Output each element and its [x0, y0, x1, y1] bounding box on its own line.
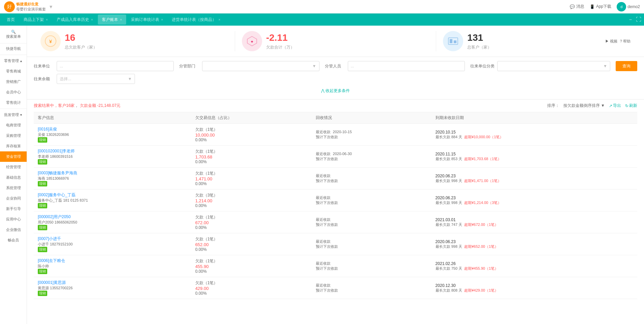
sidebar-item-purchase[interactable]: 采购管理	[0, 130, 27, 141]
minimize-btn[interactable]: －	[628, 16, 633, 23]
filter-unit-category: 往来单位分类 ▼	[470, 61, 610, 71]
sidebar-item-marketing[interactable]: 营销推广	[0, 77, 27, 87]
balance-select[interactable]: 选择... ▼	[57, 74, 135, 84]
cell-customer-7: [000001]黄思源 黄思源 13552700226 现销	[34, 277, 191, 299]
cell-due-4: 2021.03.01 最长欠款 747 天 超期¥672.00（1笔）	[431, 211, 637, 233]
customer-name-link-5[interactable]: [0007]小进千	[38, 236, 61, 241]
message-btn[interactable]: 💬 消息	[570, 4, 584, 9]
tab-product-history[interactable]: 产成品入库单历史 ×	[53, 14, 97, 25]
customer-name-link-1[interactable]: [0001020001]李老师	[38, 149, 75, 153]
customer-tag-7: 现销	[38, 291, 47, 296]
sidebar-item-inventory[interactable]: 库存核算	[0, 141, 27, 151]
person-input[interactable]: ...	[348, 61, 465, 71]
sidebar-item-ops[interactable]: 经营管理	[0, 162, 27, 172]
cell-due-2: 2020.06.23 最长欠款 998 天 超期¥1,471.00（1笔）	[431, 168, 637, 189]
cell-collect-7: 最近收款 预计下次收款	[312, 277, 431, 299]
overdue-amount-link-3[interactable]: 超期¥1,214.00（3笔）	[464, 201, 501, 205]
collapse-filter-btn[interactable]: ⋀ 收起更多条件	[34, 87, 637, 95]
sidebar-item-wechat[interactable]: 企业微信	[0, 225, 27, 235]
app-download-btn[interactable]: 📱 App下载	[590, 4, 611, 9]
sidebar-item-basic[interactable]: 基础信息	[0, 172, 27, 183]
sidebar-item-batch-mgmt[interactable]: 批发管理 ▼	[0, 110, 27, 120]
customer-name-link-7[interactable]: [000001]黄思源	[38, 280, 66, 285]
sidebar-item-apps[interactable]: 应用中心	[0, 214, 27, 225]
unit-category-select[interactable]: ▼	[497, 61, 610, 71]
cell-collect-0: 最近收款 2020-10-15 预计下次收款	[312, 124, 431, 146]
debt-amount-6: 455.90	[195, 264, 308, 269]
sidebar-item-quick-nav[interactable]: 快捷导航	[0, 43, 27, 54]
customer-name-link-6[interactable]: [0006]去下粮仓	[38, 258, 65, 263]
overdue-days-1: 最长欠款 853 天 超期¥1,703.68（1笔）	[436, 156, 633, 161]
table-row: [000001]黄思源 黄思源 13552700226 现销 欠款（1笔） 42…	[34, 277, 637, 299]
stat-label-customers: 总客户（家）	[467, 45, 601, 50]
due-date-1: 2020.11.15	[436, 152, 633, 156]
debt-count-4: 欠款（1笔）	[195, 214, 308, 220]
store-dropdown-icon[interactable]: ▼	[49, 4, 53, 9]
overdue-amount-link-2[interactable]: 超期¥1,471.00（1笔）	[464, 179, 501, 183]
tab-customer-account[interactable]: 客户账本 ×	[98, 14, 126, 25]
table-row: [0016]吴俊 吴俊 13026203696 现销 欠款（1笔） 10,000…	[34, 124, 637, 146]
debt-amount-7: 429.00	[195, 286, 308, 291]
tab-home[interactable]: 首页	[3, 14, 19, 25]
debt-pct-7: 0.00%	[195, 291, 308, 296]
debt-amount-5: 652.00	[195, 242, 308, 247]
stat-label-debt: 总欠款客户（家）	[65, 45, 228, 50]
sidebar-item-enterprise[interactable]: 企业协同	[0, 193, 27, 204]
close-tab-product-off[interactable]: ×	[46, 18, 48, 22]
source-unit-input[interactable]: ...	[57, 61, 174, 71]
due-date-4: 2021.03.01	[436, 217, 633, 222]
customer-name-link-4[interactable]: [000002]用户2050	[38, 214, 71, 219]
logo-area: 好 畅捷通好生意 母婴行业演示账套	[4, 1, 46, 12]
search-menu-btn[interactable]: 🔍 搜索菜单	[1, 28, 25, 40]
customer-tag-2: 现销	[38, 181, 47, 186]
sidebar-item-capital[interactable]: 资金管理	[0, 151, 27, 162]
customer-name-link-2[interactable]: [0003]畅捷服务尹海燕	[38, 171, 77, 175]
overdue-amount-link-6[interactable]: 超期¥455.90（1笔）	[464, 266, 498, 270]
next-collect-4: 预计下次收款	[316, 222, 427, 227]
due-date-7: 2020.12.30	[436, 283, 633, 288]
sidebar-item-guide[interactable]: 新手引导	[0, 204, 27, 214]
stat-info-customers: 131 总客户（家）	[467, 32, 601, 50]
overdue-amount-link-0[interactable]: 超期¥10,000.00（1笔）	[464, 135, 503, 139]
sidebar-item-system[interactable]: 系统管理	[0, 183, 27, 193]
tab-purchase-stat[interactable]: 进货单统计表（按商品） ×	[168, 14, 224, 25]
debt-amount-2: 1,471.00	[195, 176, 308, 181]
sidebar-item-vip[interactable]: 畅会员	[0, 235, 27, 245]
maximize-btn[interactable]: ⛶	[636, 17, 641, 23]
close-tab-customer-account[interactable]: ×	[120, 18, 122, 22]
help-btn[interactable]: ? 帮助	[620, 39, 631, 44]
sidebar-item-retail-mgmt[interactable]: 零售管理 ▲	[0, 56, 27, 66]
table-row: [0003]畅捷服务尹海燕 海燕 18513066976 现销 欠款（1笔） 1…	[34, 168, 637, 189]
customer-phone-3: 服务中心_丁磊 181 0125 8371	[38, 198, 88, 202]
table-header-row: 客户信息 欠交易信息（占比） 回收情况 到期未收款日期	[34, 112, 637, 124]
sidebar-item-retail-stat[interactable]: 零售统计	[0, 97, 27, 108]
overdue-amount-link-5[interactable]: 超期¥652.00（1笔）	[464, 244, 498, 248]
overdue-amount-link-1[interactable]: 超期¥1,703.68（1笔）	[464, 157, 501, 161]
close-tab-purchase-stat[interactable]: ×	[218, 18, 220, 22]
overdue-amount-link-7[interactable]: 超期¥429.00（1笔）	[464, 288, 498, 292]
query-button[interactable]: 查询	[616, 61, 637, 71]
sort-select[interactable]: 按欠款金额倒序排序 ▼	[563, 103, 605, 109]
person-dots: ...	[351, 64, 354, 68]
overdue-amount-link-4[interactable]: 超期¥672.00（1笔）	[464, 223, 498, 227]
customer-name-link-0[interactable]: [0016]吴俊	[38, 127, 57, 131]
col-debt-info: 欠交易信息（占比）	[191, 112, 312, 124]
sidebar-item-member[interactable]: 会员中心	[0, 87, 27, 97]
view-video-btn[interactable]: ▶ 视频	[605, 39, 617, 44]
tab-product-off[interactable]: 商品上下架 ×	[20, 14, 52, 25]
close-tab-purchase-order[interactable]: ×	[161, 18, 163, 22]
dept-select[interactable]: ▼	[202, 61, 319, 71]
sidebar-item-retail-mall[interactable]: 零售商城	[0, 66, 27, 77]
tab-purchase-order[interactable]: 采购订单统计表 ×	[127, 14, 167, 25]
debt-pct-0: 0.00%	[195, 138, 308, 142]
cell-due-7: 2020.12.30 最长欠款 808 天 超期¥429.00（1笔）	[431, 277, 637, 299]
cell-debt-1: 欠款（1笔） 1,703.68 0.00%	[191, 146, 312, 168]
customer-name-link-3[interactable]: [0002]服务中心_丁磊	[38, 193, 76, 197]
user-avatar-area[interactable]: d demo2	[617, 2, 640, 11]
refresh-btn[interactable]: ↻ 刷新	[625, 103, 637, 109]
close-tab-product-history[interactable]: ×	[91, 18, 93, 22]
customer-phone-2: 海燕 18513066976	[38, 176, 69, 180]
export-btn[interactable]: ↗ 导出	[609, 103, 621, 109]
sidebar-item-ecommerce[interactable]: 电商管理	[0, 120, 27, 130]
filter-person: 分管人员 ...	[325, 61, 465, 71]
